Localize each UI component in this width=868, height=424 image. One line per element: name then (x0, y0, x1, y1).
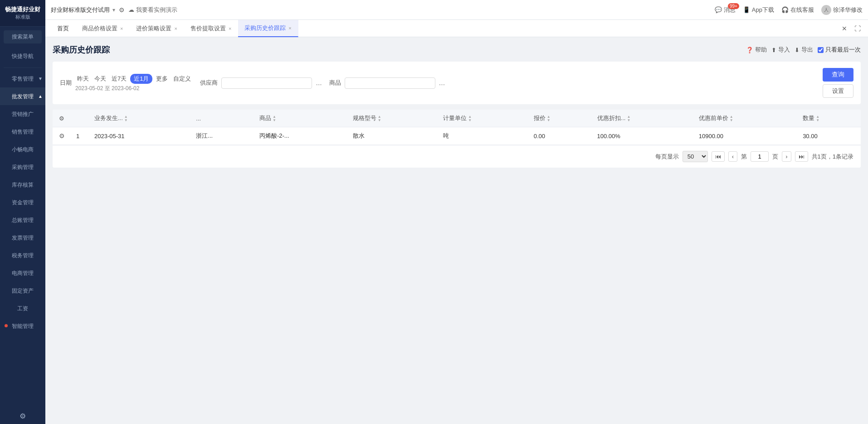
date-filter-group: 日期 昨天今天近7天近1月更多自定义 2023-05-02 至 2023-06-… (60, 74, 193, 92)
cell-quote: 0.00 (528, 127, 592, 145)
maximize-tab-button[interactable]: ⛶ (853, 24, 863, 33)
page-number-input[interactable] (751, 151, 769, 162)
sidebar-item-10[interactable]: 税务管理 (0, 246, 45, 264)
quick-nav-area: 快捷导航 (0, 47, 45, 66)
pagination: 每页显示 50 100 200 ⏮ ‹ 第 页 › ⏭ 共1页，1条记录 (53, 145, 861, 168)
tab-close-button[interactable]: × (120, 26, 123, 31)
sidebar-item-1[interactable]: 批发管理▲ (0, 87, 45, 105)
table-header-quote[interactable]: 报价▲▼ (528, 110, 592, 127)
sidebar-item-14[interactable]: 智能管理 (0, 317, 45, 335)
date-option[interactable]: 近1月 (130, 74, 152, 84)
import-icon: ⬆ (771, 47, 776, 53)
sidebar-item-2[interactable]: 营销推广 (0, 105, 45, 123)
user-profile-button[interactable]: 人 徐泽华修改 (821, 5, 863, 15)
cell-unit: 吨 (438, 127, 528, 145)
phone-icon: 📱 (743, 6, 750, 13)
date-option[interactable]: 昨天 (75, 74, 91, 84)
table-header-pre_price[interactable]: 优惠前单价▲▼ (693, 110, 797, 127)
sidebar-gear-icon[interactable]: ⚙ (4, 412, 42, 420)
help-button[interactable]: ❓ 帮助 (746, 46, 767, 54)
cell-gear[interactable]: ⚙ (53, 127, 71, 145)
sidebar-item-11[interactable]: 电商管理 (0, 264, 45, 282)
sidebar-item-7[interactable]: 资金管理 (0, 193, 45, 211)
tab-4[interactable]: 采购历史价跟踪× (238, 20, 298, 37)
demo-label: 我要看实例演示 (136, 6, 177, 14)
message-button[interactable]: 💬 消息 99+ (715, 6, 736, 14)
sidebar-item-13[interactable]: 工资 (0, 299, 45, 317)
sidebar-item-4[interactable]: 小畅电商 (0, 140, 45, 158)
supplier-dots[interactable]: ... (316, 79, 322, 87)
sidebar-items-list: 零售管理▼批发管理▲营销推广销售管理小畅电商采购管理库存核算资金管理总账管理发票… (0, 70, 45, 335)
table-header-spec[interactable]: 规格型号▲▼ (347, 110, 438, 127)
notification-dot (5, 324, 8, 328)
goods-dots[interactable]: ... (439, 79, 445, 87)
date-option[interactable]: 自定义 (171, 74, 193, 84)
table-header-qty[interactable]: 数量▲▼ (797, 110, 861, 127)
table-header-index (71, 110, 89, 127)
next-page-button[interactable]: › (782, 151, 791, 162)
table-header-date[interactable]: 业务发生...▲▼ (89, 110, 190, 127)
query-button[interactable]: 查询 (823, 68, 853, 82)
date-option[interactable]: 近7天 (110, 74, 128, 84)
tab-close-button[interactable]: × (288, 25, 291, 31)
cloud-icon: ☁ (128, 6, 134, 13)
table-header-row: ⚙业务发生...▲▼...商品▲▼规格型号▲▼计量单位▲▼报价▲▼优惠折扣...… (53, 110, 861, 127)
sidebar-item-label: 批发管理 (12, 93, 34, 101)
import-button[interactable]: ⬆ 导入 (771, 46, 790, 54)
per-page-select[interactable]: 50 100 200 (683, 151, 708, 162)
demo-button[interactable]: ☁ 我要看实例演示 (128, 6, 177, 14)
sidebar-item-6[interactable]: 库存核算 (0, 176, 45, 193)
edition-selector[interactable]: 好业财标准版交付试用 ▾ (51, 6, 115, 14)
sidebar-item-5[interactable]: 采购管理 (0, 158, 45, 176)
sidebar: 畅捷通好业财 标准版 搜索菜单 快捷导航 零售管理▼批发管理▲营销推广销售管理小… (0, 0, 45, 424)
cell-index: 1 (71, 127, 89, 145)
supplier-input[interactable] (221, 77, 312, 89)
table-header-discount[interactable]: 优惠折扣...▲▼ (592, 110, 693, 127)
tab-1[interactable]: 商品价格设置× (76, 20, 130, 37)
quick-nav-button[interactable]: 快捷导航 (4, 49, 42, 64)
cell-discount: 100.00% (592, 127, 693, 145)
last-page-button[interactable]: ⏭ (795, 151, 808, 162)
edition-label: 好业财标准版交付试用 (51, 6, 110, 14)
sidebar-item-label: 采购管理 (12, 164, 34, 171)
search-menu-button[interactable]: 搜索菜单 (4, 30, 42, 43)
date-range-display: 2023-05-02 至 2023-06-02 (75, 85, 193, 92)
goods-filter-group: 商品 ... (329, 77, 445, 89)
tab-2[interactable]: 进价策略设置× (130, 20, 184, 37)
page-title: 采购历史价跟踪 (53, 44, 110, 55)
goods-input[interactable] (345, 77, 435, 89)
prev-page-button[interactable]: ‹ (728, 151, 737, 162)
table-header-goods[interactable]: 商品▲▼ (254, 110, 347, 127)
sidebar-item-label: 资金管理 (12, 199, 34, 207)
tab-close-button[interactable]: × (174, 26, 177, 31)
sidebar-item-3[interactable]: 销售管理 (0, 123, 45, 140)
tab-close-button[interactable]: × (229, 26, 231, 31)
export-button[interactable]: ⬇ 导出 (795, 46, 813, 54)
online-service-button[interactable]: 🎧 在线客服 (781, 6, 814, 14)
table-header-gear: ⚙ (53, 110, 71, 127)
table-header-unit[interactable]: 计量单位▲▼ (438, 110, 528, 127)
sidebar-item-12[interactable]: 固定资产 (0, 282, 45, 299)
tabs-container: 首页商品价格设置×进价策略设置×售价提取设置×采购历史价跟踪× (51, 20, 298, 37)
sidebar-search-area: 搜索菜单 (0, 27, 45, 47)
tab-3[interactable]: 售价提取设置× (184, 20, 238, 37)
date-option[interactable]: 今天 (93, 74, 108, 84)
sidebar-item-9[interactable]: 发票管理 (0, 229, 45, 246)
sidebar-item-label: 零售管理 (12, 75, 34, 83)
filter-settings-button[interactable]: 设置 (823, 84, 853, 98)
goods-label: 商品 (329, 79, 341, 87)
first-page-button[interactable]: ⏮ (712, 151, 725, 162)
cell-goods: 丙烯酸-2-... (254, 127, 347, 145)
filter-area: 日期 昨天今天近7天近1月更多自定义 2023-05-02 至 2023-06-… (53, 62, 861, 104)
close-tab-button[interactable]: ✕ (840, 24, 849, 33)
sidebar-item-8[interactable]: 总账管理 (0, 211, 45, 229)
logo-title: 畅捷通好业财 (4, 5, 42, 14)
data-table: ⚙业务发生...▲▼...商品▲▼规格型号▲▼计量单位▲▼报价▲▼优惠折扣...… (53, 110, 861, 145)
headphone-icon: 🎧 (781, 6, 789, 13)
tab-0[interactable]: 首页 (51, 20, 76, 37)
app-download-button[interactable]: 📱 App下载 (743, 6, 774, 14)
topbar-gear-icon[interactable]: ⚙ (119, 6, 125, 14)
date-option[interactable]: 更多 (154, 74, 170, 84)
sidebar-item-0[interactable]: 零售管理▼ (0, 70, 45, 87)
only-last-checkbox[interactable] (818, 47, 824, 53)
